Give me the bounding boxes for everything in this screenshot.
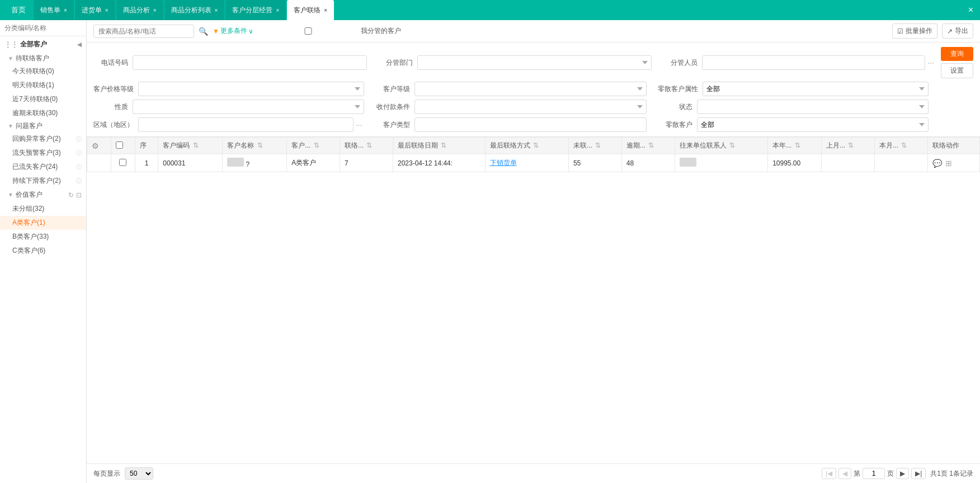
prev-page-button[interactable]: ◀	[838, 468, 851, 479]
page-label: 第	[854, 469, 860, 479]
tab-purchase[interactable]: 进货单 ×	[75, 0, 115, 20]
export-button[interactable]: ↗ 导出	[942, 23, 973, 39]
th-overdue[interactable]: 逾期... ⇅	[621, 138, 675, 154]
sidebar-item-7days[interactable]: 近7天待联络(0)	[0, 92, 86, 106]
filter-cell-customer-type: 客户类型	[375, 117, 646, 132]
sidebar-item-class-b[interactable]: B类客户(33)	[0, 230, 86, 244]
td-last-method[interactable]: 下销货单	[485, 154, 568, 172]
sidebar-item-churned[interactable]: 已流失客户(24) ⓘ	[0, 160, 86, 174]
person-input[interactable]	[702, 55, 925, 70]
filter-cell-phone: 电话号码	[93, 55, 367, 70]
all-customers-header[interactable]: ⋮⋮ 全部客户 ◀	[0, 36, 86, 53]
first-page-button[interactable]: |◀	[822, 468, 836, 479]
page-size-select[interactable]: 50 10 20 100	[125, 467, 153, 480]
dept-select[interactable]	[417, 55, 652, 70]
td-checkbox[interactable]	[111, 154, 135, 172]
nature-select[interactable]	[133, 100, 364, 114]
last-method-link[interactable]: 下销货单	[490, 159, 517, 167]
row-checkbox[interactable]	[119, 159, 126, 166]
tab-customer-contact[interactable]: 客户联络 ×	[287, 0, 334, 20]
payment-select[interactable]	[414, 100, 646, 114]
value-edit-icon[interactable]: ⊡	[76, 191, 82, 199]
close-customer-contact-tab[interactable]: ×	[324, 7, 327, 13]
sidebar-item-class-a[interactable]: A类客户(1)	[0, 216, 86, 230]
sidebar-item-tomorrow[interactable]: 明天待联络(1)	[0, 78, 86, 92]
search-input[interactable]	[93, 25, 194, 38]
info-icon-0[interactable]: ⓘ	[76, 135, 82, 143]
sidebar-item-overdue[interactable]: 逾期未联络(30)	[0, 106, 86, 120]
sidebar-item-unclassified[interactable]: 未分组(32)	[0, 202, 86, 216]
sidebar-item-repeat-abnormal[interactable]: 回购异常客户(2) ⓘ	[0, 132, 86, 146]
price-level-select[interactable]	[138, 82, 364, 96]
arrow-down-icon-3: ▼	[8, 192, 13, 198]
tab-customer-segment[interactable]: 客户分层经营 ×	[225, 0, 286, 20]
th-last-month[interactable]: 上月... ⇅	[822, 138, 875, 154]
td-last-date: 2023-04-12 14:44:	[393, 154, 485, 172]
info-icon-1[interactable]: ⓘ	[76, 149, 82, 157]
select-all-checkbox[interactable]	[116, 141, 123, 149]
tab-product-analysis[interactable]: 商品分析 ×	[116, 0, 163, 20]
search-button[interactable]: 🔍	[199, 27, 208, 36]
close-purchase-tab[interactable]: ×	[105, 7, 109, 13]
value-customers-header[interactable]: ▼ 价值客户 ↻ ⊡	[0, 188, 86, 202]
sort-uncontact-icon: ⇅	[595, 141, 601, 149]
last-page-button[interactable]: ▶|	[911, 468, 926, 479]
batch-op-button[interactable]: ☑ 批量操作	[892, 23, 937, 39]
td-contact-person	[675, 154, 767, 172]
filter-cell-retail: 零散客户 全部	[658, 117, 929, 132]
qr-icon[interactable]: ⊞	[945, 159, 952, 168]
customer-type-input[interactable]	[414, 117, 646, 132]
settings-button[interactable]: 设置	[941, 63, 973, 78]
th-contact[interactable]: 联络... ⇅	[340, 138, 393, 154]
info-icon-2[interactable]: ⓘ	[76, 163, 82, 171]
th-contact-person[interactable]: 往来单位联系人 ⇅	[675, 138, 767, 154]
more-filters-button[interactable]: ▼ 更多条件 ∨	[213, 26, 253, 36]
retail-select[interactable]: 全部	[697, 117, 929, 132]
sort-cat-icon: ⇅	[314, 141, 319, 149]
th-code[interactable]: 客户编码 ⇅	[158, 138, 223, 154]
home-tab[interactable]: 首页	[4, 0, 32, 20]
close-product-analysis-list-tab[interactable]: ×	[215, 7, 218, 13]
th-checkbox[interactable]	[111, 138, 135, 154]
tab-product-analysis-list[interactable]: 商品分析列表 ×	[164, 0, 225, 20]
th-name[interactable]: 客户名称 ⇅	[223, 138, 287, 154]
sidebar-search-input[interactable]	[4, 24, 87, 32]
my-customers-checkbox-input[interactable]	[258, 27, 359, 35]
tab-sales[interactable]: 销售单 ×	[34, 0, 74, 20]
page-size-label: 每页显示	[93, 469, 120, 479]
message-icon[interactable]: 💬	[932, 159, 942, 168]
sidebar-item-today[interactable]: 今天待联络(0)	[0, 64, 86, 78]
phone-input[interactable]	[133, 55, 367, 70]
close-customer-segment-tab[interactable]: ×	[276, 7, 279, 13]
region-input[interactable]	[138, 117, 354, 132]
problem-customers-category[interactable]: ▼ 问题客户	[0, 120, 86, 132]
th-last-date[interactable]: 最后联络日期 ⇅	[393, 138, 485, 154]
my-customers-checkbox[interactable]: 我分管的客户	[258, 26, 401, 36]
th-last-method[interactable]: 最后联络方式 ⇅	[485, 138, 568, 154]
sidebar-item-declining[interactable]: 持续下滑客户(2) ⓘ	[0, 174, 86, 188]
close-product-analysis-tab[interactable]: ×	[153, 7, 157, 13]
info-icon-3[interactable]: ⓘ	[76, 177, 82, 185]
th-uncontacted[interactable]: 未联... ⇅	[568, 138, 621, 154]
query-button[interactable]: 查询	[941, 47, 973, 61]
th-this-month[interactable]: 本月... ⇅	[874, 138, 927, 154]
sidebar-item-churn-warning[interactable]: 流失预警客户(3) ⓘ	[0, 146, 86, 160]
customer-level-select[interactable]	[414, 82, 646, 96]
chevron-down-icon: ∨	[248, 27, 253, 35]
gear-icon[interactable]: ⚙	[92, 141, 99, 150]
pending-contact-category[interactable]: ▼ 待联络客户	[0, 53, 86, 64]
close-sales-tab[interactable]: ×	[64, 7, 67, 13]
status-select[interactable]	[697, 100, 929, 114]
th-gear[interactable]: ⚙	[87, 138, 111, 154]
sort-name-icon: ⇅	[257, 141, 263, 149]
global-close-button[interactable]: ×	[966, 3, 976, 17]
th-category[interactable]: 客户... ⇅	[287, 138, 340, 154]
sidebar-item-class-c[interactable]: C类客户(6)	[0, 244, 86, 258]
region-dots-button[interactable]: ···	[354, 120, 365, 129]
value-refresh-icon[interactable]: ↻	[68, 191, 74, 199]
th-this-year[interactable]: 本年... ⇅	[768, 138, 822, 154]
page-input[interactable]	[863, 468, 885, 479]
next-page-button[interactable]: ▶	[896, 468, 909, 479]
retail-attr-select[interactable]: 全部	[703, 82, 929, 96]
person-dots-button[interactable]: ···	[925, 58, 936, 67]
